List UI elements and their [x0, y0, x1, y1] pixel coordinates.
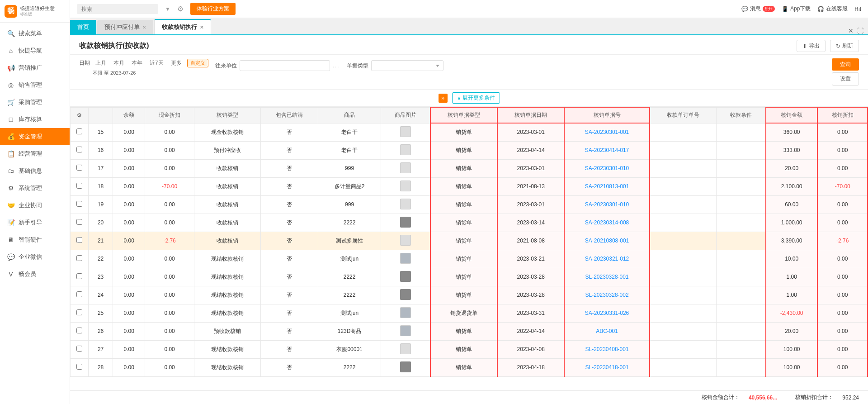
app-download-group[interactable]: 📱 App下载 — [782, 5, 811, 13]
sidebar-item-quick-nav[interactable]: ⌂ 快捷导航 — [0, 42, 70, 59]
td-checkbox[interactable] — [71, 304, 89, 322]
dropdown-icon[interactable]: ▼ — [165, 6, 170, 12]
sidebar-item-search[interactable]: 🔍 搜索菜单 — [0, 25, 70, 42]
td-writeoff-bill-no[interactable]: SL-20230328-001 — [564, 268, 649, 286]
sidebar-item-hardware[interactable]: 🖥 智能硬件 — [0, 231, 70, 248]
td-checkbox[interactable] — [71, 232, 89, 250]
sidebar-item-inventory[interactable]: □ 库存核算 — [0, 111, 70, 128]
td-checkbox[interactable] — [71, 195, 89, 214]
sidebar-item-corp[interactable]: 🤝 企业协同 — [0, 197, 70, 214]
bill-no-link[interactable]: SA-20230301-010 — [585, 165, 629, 171]
sidebar-item-wechat[interactable]: 💬 企业微信 — [0, 248, 70, 266]
filter-7days[interactable]: 近7天 — [148, 58, 165, 68]
service-group[interactable]: 🎧 在线客服 — [817, 5, 848, 13]
row-checkbox[interactable] — [76, 165, 82, 171]
sidebar-item-vip[interactable]: V 畅会员 — [0, 266, 70, 283]
td-checkbox[interactable] — [71, 286, 89, 304]
export-button[interactable]: ⬆ 导出 — [797, 40, 826, 52]
td-writeoff-bill-no[interactable]: SA-20230301-010 — [564, 159, 649, 177]
th-settings[interactable]: ⚙ — [71, 107, 89, 123]
td-checkbox[interactable] — [71, 123, 89, 141]
tab-receipt[interactable]: 收款核销执行 ✕ — [154, 19, 211, 34]
td-checkbox[interactable] — [71, 340, 89, 358]
row-checkbox[interactable] — [76, 309, 82, 315]
td-writeoff-bill-no[interactable]: ABC-001 — [564, 322, 649, 340]
filter-custom[interactable]: 自定义 — [187, 59, 208, 67]
bill-no-link[interactable]: SA-20230321-012 — [585, 256, 629, 262]
td-writeoff-bill-no[interactable]: SA-20230321-012 — [564, 250, 649, 268]
td-writeoff-bill-no[interactable]: SA-20230331-026 — [564, 304, 649, 322]
from-unit-input[interactable] — [240, 60, 330, 71]
tab-prepay[interactable]: 预付冲应付单 ✕ — [97, 20, 153, 34]
td-checkbox[interactable] — [71, 214, 89, 232]
sidebar-item-guide[interactable]: 📝 新手引导 — [0, 214, 70, 231]
tab-prepay-close[interactable]: ✕ — [142, 25, 146, 30]
voucher-type-select[interactable] — [371, 60, 443, 71]
industry-btn[interactable]: 体验行业方案 — [190, 3, 236, 15]
td-writeoff-bill-no[interactable]: SA-20230301-010 — [564, 195, 649, 214]
td-writeoff-bill-no[interactable]: SA-20230414-017 — [564, 141, 649, 159]
row-checkbox[interactable] — [76, 219, 82, 225]
td-writeoff-bill-no[interactable]: SA-20210808-001 — [564, 232, 649, 250]
bill-no-link[interactable]: SA-20210813-001 — [585, 183, 629, 190]
expand-more-btn[interactable]: ∨ 展开更多条件 — [452, 92, 500, 104]
maximize-icon[interactable]: ⛶ — [857, 27, 863, 34]
row-checkbox[interactable] — [76, 364, 82, 370]
tab-home[interactable]: 首页 — [70, 20, 96, 34]
bill-no-link[interactable]: SL-20230418-001 — [585, 364, 628, 371]
row-checkbox[interactable] — [76, 201, 82, 207]
bill-no-link[interactable]: SA-20230314-008 — [585, 219, 629, 226]
td-checkbox[interactable] — [71, 322, 89, 340]
row-checkbox[interactable] — [76, 183, 82, 189]
td-writeoff-bill-no[interactable]: SL-20230328-002 — [564, 286, 649, 304]
settings-gear-icon[interactable]: ⚙ — [177, 5, 184, 13]
refresh-button[interactable]: ↻ 刷新 — [830, 40, 859, 52]
row-checkbox[interactable] — [76, 291, 82, 297]
filter-this-month[interactable]: 本月 — [112, 58, 126, 68]
row-checkbox[interactable] — [76, 346, 82, 352]
td-checkbox[interactable] — [71, 159, 89, 177]
row-checkbox[interactable] — [76, 255, 82, 261]
row-checkbox[interactable] — [76, 147, 82, 152]
bill-no-link[interactable]: SL-20230328-001 — [585, 274, 628, 280]
settings-button[interactable]: 设置 — [832, 72, 859, 86]
close-window-icon[interactable]: ✕ — [848, 27, 854, 34]
query-button[interactable]: 查询 — [832, 58, 859, 71]
sidebar-item-sales[interactable]: ◎ 销售管理 — [0, 76, 70, 94]
sidebar-item-operation[interactable]: 📋 经营管理 — [0, 145, 70, 162]
row-checkbox[interactable] — [76, 237, 82, 243]
sidebar-item-marketing[interactable]: 📢 营销推广 — [0, 59, 70, 76]
sidebar-item-finance[interactable]: 💰 资金管理 — [0, 128, 70, 145]
td-writeoff-bill-no[interactable]: SL-20230408-001 — [564, 340, 649, 358]
filter-more[interactable]: 更多 — [169, 58, 184, 68]
td-checkbox[interactable] — [71, 250, 89, 268]
td-writeoff-bill-no[interactable]: SL-20230418-001 — [564, 358, 649, 376]
search-input[interactable] — [77, 4, 158, 14]
user-name[interactable]: Rit — [854, 6, 861, 12]
bill-no-link[interactable]: SA-20230301-010 — [585, 201, 629, 208]
bill-no-link[interactable]: SA-20230301-001 — [585, 129, 629, 135]
message-group[interactable]: 💬 消息 99+ — [741, 5, 775, 13]
collapse-arrow[interactable]: » — [439, 94, 448, 103]
td-writeoff-bill-no[interactable]: SA-20230314-008 — [564, 214, 649, 232]
td-checkbox[interactable] — [71, 177, 89, 195]
filter-last-month[interactable]: 上月 — [94, 58, 108, 68]
sidebar-item-basic[interactable]: 🗂 基础信息 — [0, 162, 70, 180]
bill-no-link[interactable]: SA-20230414-017 — [585, 147, 629, 153]
td-writeoff-bill-no[interactable]: SA-20230301-001 — [564, 123, 649, 141]
table-container[interactable]: ⚙ 余额 现金折扣 核销类型 包含已结清 商品 商品图片 核销单据类型 核销单据… — [70, 107, 868, 390]
sidebar-item-purchase[interactable]: 🛒 采购管理 — [0, 94, 70, 111]
bill-no-link[interactable]: SL-20230408-001 — [585, 346, 628, 352]
td-checkbox[interactable] — [71, 141, 89, 159]
td-writeoff-bill-no[interactable]: SA-20210813-001 — [564, 177, 649, 195]
tab-receipt-close[interactable]: ✕ — [200, 25, 203, 30]
bill-no-link[interactable]: SA-20230331-026 — [585, 310, 629, 316]
bill-no-link[interactable]: ABC-001 — [596, 328, 618, 334]
td-checkbox[interactable] — [71, 268, 89, 286]
filter-this-year[interactable]: 本年 — [130, 58, 144, 68]
row-checkbox[interactable] — [76, 273, 82, 279]
sidebar-item-system[interactable]: ⚙ 系统管理 — [0, 180, 70, 197]
row-checkbox[interactable] — [76, 328, 82, 333]
row-checkbox[interactable] — [76, 128, 82, 134]
bill-no-link[interactable]: SA-20210808-001 — [585, 238, 629, 244]
